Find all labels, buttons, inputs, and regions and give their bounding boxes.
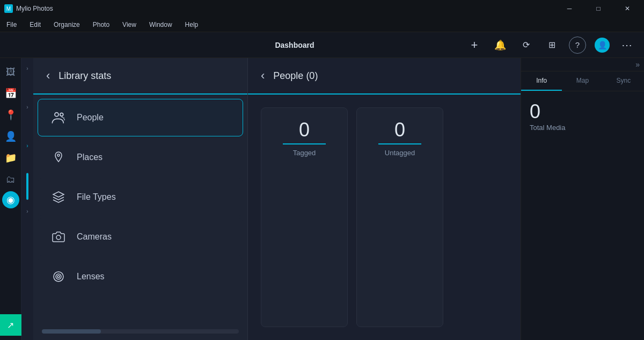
right-panel-content: 0 Total Media bbox=[521, 91, 644, 142]
close-button[interactable]: ✕ bbox=[615, 0, 640, 17]
menu-edit[interactable]: Edit bbox=[27, 20, 43, 30]
page-title: Dashboard bbox=[123, 41, 466, 49]
app-name: Mylio Photos bbox=[16, 5, 557, 12]
svg-point-7 bbox=[57, 276, 60, 278]
right-panel: » Info Map Sync 0 Total Media bbox=[521, 58, 644, 340]
sidebar-item-people[interactable]: 👤 bbox=[1, 127, 20, 146]
calendar-icon: 📅 bbox=[5, 88, 17, 99]
minimize-button[interactable]: ─ bbox=[557, 0, 582, 17]
horizontal-scrollbar[interactable] bbox=[42, 329, 239, 334]
stat-item-lenses[interactable]: Lenses bbox=[38, 258, 243, 295]
layout-button[interactable]: ⊞ bbox=[543, 37, 560, 54]
detail-title: People (0) bbox=[273, 70, 318, 82]
panel-toggles: › › › › bbox=[21, 58, 33, 340]
location-icon: 📍 bbox=[5, 109, 17, 121]
svg-point-2 bbox=[57, 154, 60, 156]
sync-button[interactable]: ⟳ bbox=[517, 37, 535, 54]
menu-organize[interactable]: Organize bbox=[52, 20, 82, 30]
menu-view[interactable]: View bbox=[120, 20, 138, 30]
people-stat-label: People bbox=[77, 113, 104, 122]
toggle-panel-3[interactable]: › bbox=[21, 140, 33, 151]
sidebar-item-sync[interactable]: ◉ bbox=[2, 191, 19, 208]
scrollbar-area bbox=[33, 325, 247, 340]
menu-file[interactable]: File bbox=[4, 20, 19, 30]
app-icon: M bbox=[4, 4, 13, 13]
total-media-label: Total Media bbox=[530, 124, 635, 132]
svg-point-4 bbox=[56, 235, 61, 240]
lenses-stat-label: Lenses bbox=[77, 272, 105, 281]
people-stat-icon bbox=[49, 108, 68, 127]
lenses-stat-icon bbox=[49, 267, 68, 286]
filetypes-stat-label: File Types bbox=[77, 192, 116, 202]
title-bar: M Mylio Photos ─ □ ✕ bbox=[0, 0, 644, 17]
sidebar-icons: 🖼 📅 📍 👤 📁 🗂 ◉ ↗ bbox=[0, 58, 21, 340]
toggle-panel-4[interactable]: › bbox=[21, 205, 33, 217]
people-detail-panel: ‹ People (0) 0 Tagged 0 Untagged bbox=[248, 58, 521, 340]
stats-title: Library stats bbox=[58, 70, 111, 82]
svg-point-1 bbox=[60, 113, 63, 116]
export-button[interactable]: ↗ bbox=[0, 314, 21, 336]
sidebar-item-albums[interactable]: 📁 bbox=[1, 148, 20, 168]
svg-marker-3 bbox=[53, 192, 64, 197]
stat-item-cameras[interactable]: Cameras bbox=[38, 218, 243, 256]
stats-list: People Places bbox=[33, 95, 247, 325]
tagged-number: 0 bbox=[283, 119, 326, 144]
tab-sync[interactable]: Sync bbox=[603, 71, 644, 91]
people-icon: 👤 bbox=[5, 131, 17, 142]
cameras-stat-label: Cameras bbox=[77, 232, 112, 242]
detail-content: 0 Tagged 0 Untagged bbox=[248, 95, 521, 340]
total-media-number: 0 bbox=[530, 102, 635, 121]
right-panel-tabs: Info Map Sync bbox=[521, 71, 644, 91]
window-controls: ─ □ ✕ bbox=[557, 0, 640, 17]
untagged-card: 0 Untagged bbox=[356, 107, 443, 327]
stats-back-button[interactable]: ‹ bbox=[44, 67, 52, 85]
tab-map[interactable]: Map bbox=[562, 71, 603, 91]
help-button[interactable]: ? bbox=[569, 37, 586, 54]
library-stats-panel: ‹ Library stats People bbox=[33, 58, 248, 340]
stat-item-places[interactable]: Places bbox=[38, 139, 243, 176]
notifications-button[interactable]: 🔔 bbox=[492, 37, 509, 54]
sidebar-item-calendar[interactable]: 📅 bbox=[1, 84, 20, 103]
untagged-label: Untagged bbox=[385, 149, 415, 157]
menu-photo[interactable]: Photo bbox=[91, 20, 112, 30]
content-area: ‹ Library stats People bbox=[33, 58, 521, 340]
sidebar-item-folders[interactable]: 🗂 bbox=[1, 170, 20, 189]
cameras-stat-icon bbox=[49, 227, 68, 247]
stat-item-filetypes[interactable]: File Types bbox=[38, 178, 243, 216]
sidebar-item-photos[interactable]: 🖼 bbox=[1, 62, 20, 82]
collapse-right-button[interactable]: » bbox=[635, 60, 640, 69]
menu-window[interactable]: Window bbox=[147, 20, 174, 30]
toggle-panel-2[interactable]: › bbox=[21, 101, 33, 113]
avatar-icon: 👤 bbox=[598, 41, 607, 49]
svg-point-0 bbox=[55, 113, 58, 117]
svg-point-5 bbox=[54, 272, 63, 281]
tagged-label: Tagged bbox=[293, 149, 316, 157]
places-stat-icon bbox=[49, 148, 68, 167]
menu-help[interactable]: Help bbox=[183, 20, 201, 30]
untagged-number: 0 bbox=[378, 119, 421, 144]
toggle-panel-1[interactable]: › bbox=[21, 62, 33, 74]
avatar[interactable]: 👤 bbox=[595, 38, 610, 53]
filetypes-stat-icon bbox=[49, 187, 68, 207]
detail-header: ‹ People (0) bbox=[248, 58, 521, 95]
maximize-button[interactable]: □ bbox=[586, 0, 611, 17]
menu-bar: File Edit Organize Photo View Window Hel… bbox=[0, 17, 644, 32]
more-button[interactable]: ⋯ bbox=[618, 37, 635, 54]
app-header: Dashboard + 🔔 ⟳ ⊞ ? 👤 ⋯ bbox=[0, 32, 644, 58]
sidebar-item-location[interactable]: 📍 bbox=[1, 105, 20, 125]
export-icon: ↗ bbox=[7, 320, 14, 330]
stats-header: ‹ Library stats bbox=[33, 58, 247, 95]
sync-circle-icon: ◉ bbox=[6, 194, 15, 206]
tab-info[interactable]: Info bbox=[521, 71, 562, 91]
header-actions: + 🔔 ⟳ ⊞ ? 👤 ⋯ bbox=[466, 37, 644, 54]
svg-point-6 bbox=[56, 274, 61, 279]
albums-icon: 📁 bbox=[5, 152, 17, 164]
places-stat-label: Places bbox=[77, 153, 103, 162]
scrollbar-thumb bbox=[42, 329, 101, 334]
stat-item-people[interactable]: People bbox=[38, 99, 243, 136]
left-sidebar: 🖼 📅 📍 👤 📁 🗂 ◉ ↗ bbox=[0, 58, 33, 340]
detail-back-button[interactable]: ‹ bbox=[259, 67, 267, 85]
photos-icon: 🖼 bbox=[6, 67, 16, 78]
tagged-card: 0 Tagged bbox=[261, 107, 348, 327]
add-button[interactable]: + bbox=[466, 37, 483, 54]
